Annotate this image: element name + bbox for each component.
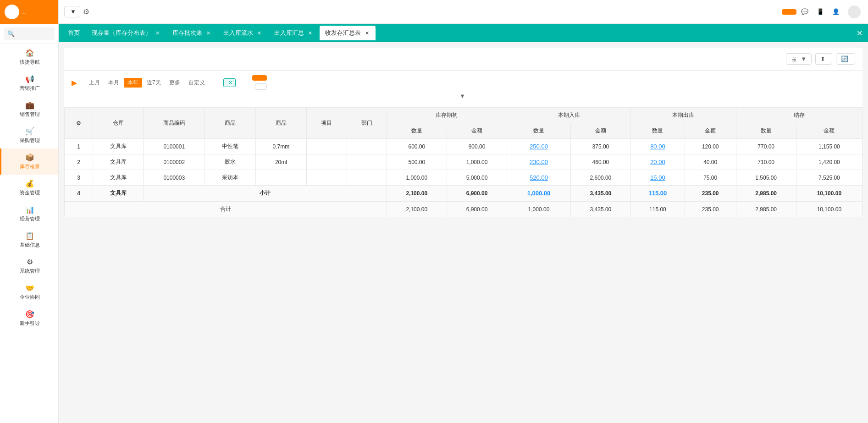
tab-bar-close-button[interactable]: ✕ (855, 27, 864, 39)
sidebar-item-operations[interactable]: 📊经营管理 (0, 201, 58, 227)
tab-close-inout-flow[interactable]: ✕ (256, 30, 262, 36)
cell-out-amt: 120.00 (685, 139, 736, 154)
sidebar-item-cooperation[interactable]: 🤝企业协同 (0, 279, 58, 305)
cell-goods-code: 0100001 (144, 139, 205, 154)
date-option-本月[interactable]: 本月 (105, 78, 123, 88)
col-settings-icon[interactable]: ⚙ (65, 108, 93, 139)
date-option-本年[interactable]: 本年 (124, 78, 142, 88)
sidebar: 🔍 🏠快捷导航📢营销推广💼销售管理🛒采购管理📦库存核算💰资金管理📊经营管理📋基础… (0, 0, 59, 423)
cell-bal-qty: 710.00 (736, 154, 796, 170)
gear-settings-button[interactable]: ⚙ (83, 7, 89, 16)
sidebar-item-system[interactable]: ⚙系统管理 (0, 253, 58, 279)
col-out-qty-header: 数量 (631, 123, 685, 139)
nav-icon-base-info: 📋 (25, 231, 34, 240)
nav-icon-purchase: 🛒 (25, 127, 34, 136)
in-qty-link[interactable]: 520.00 (530, 174, 548, 181)
nav-icon-operations: 📊 (25, 205, 34, 214)
nav-icon-system: ⚙ (27, 258, 33, 266)
cell-bal-amt: 1,155.00 (796, 139, 862, 154)
col-out-amt-header: 金额 (685, 123, 736, 139)
in-qty-link[interactable]: 230.00 (530, 159, 548, 165)
nav-label-base-info: 基础信息 (20, 242, 40, 248)
sidebar-item-finance[interactable]: 💰资金管理 (0, 175, 58, 201)
cell-in-qty[interactable]: 520.00 (507, 170, 571, 186)
tab-inventory-dist[interactable]: 现存量（库存分布表）✕ (86, 26, 166, 40)
date-options: 上月本月本年近7天更多自定义 (85, 78, 209, 88)
trial-button[interactable] (782, 9, 796, 15)
tab-recv-send-summary[interactable]: 收发存汇总表✕ (320, 26, 376, 40)
sidebar-item-sales[interactable]: 💼销售管理 (0, 96, 58, 122)
col-goods-code-header: 商品编码 (144, 108, 205, 139)
cell-in-qty[interactable]: 230.00 (507, 154, 571, 170)
table-footer: 合计 2,100.00 6,900.00 1,000.00 3,435.00 1… (65, 201, 862, 217)
date-option-上月[interactable]: 上月 (85, 78, 104, 88)
date-option-自定义[interactable]: 自定义 (185, 78, 209, 88)
total-out-amt: 235.00 (685, 201, 736, 217)
warehouse-tag: ✕ (223, 78, 236, 87)
out-qty-link[interactable]: 80.00 (650, 143, 665, 150)
table-row: 2 文具库 0100002 胶水 20ml 500.00 1,000.00 23… (65, 154, 862, 170)
subtotal-in-qty-link[interactable]: 1,000.00 (527, 190, 551, 197)
out-qty-link[interactable]: 20.00 (650, 159, 665, 165)
sidebar-item-guide[interactable]: 🎯新手引导 (0, 305, 58, 331)
cell-out-qty[interactable]: 80.00 (631, 139, 685, 154)
cell-open-amt: 1,000.00 (447, 154, 507, 170)
tab-home[interactable]: 首页 (62, 26, 85, 40)
tab-close-recv-send-summary[interactable]: ✕ (364, 30, 370, 36)
data-table-container: ⚙ 仓库 商品编码 商品 商品 项目 部门 库存期初 本期入库 本期出库 结存 … (64, 107, 862, 217)
search-icon: 🔍 (7, 30, 15, 37)
sidebar-item-inventory[interactable]: 📦库存核算 (0, 148, 58, 175)
cell-goods-spec (255, 170, 307, 186)
query-button[interactable] (252, 75, 267, 81)
tab-close-inventory-dist[interactable]: ✕ (154, 30, 160, 36)
message-action[interactable]: 💬 (801, 8, 810, 15)
filter-expand-icon[interactable]: ▶ (72, 78, 77, 87)
print-button[interactable]: 🖨 ▼ (786, 53, 812, 65)
filter-settings-button[interactable] (255, 83, 267, 90)
date-option-更多[interactable]: 更多 (166, 78, 184, 88)
tab-inout-flow[interactable]: 出入库流水✕ (218, 26, 268, 40)
refresh-button[interactable]: 🔄 (836, 53, 855, 65)
sidebar-item-quick-nav[interactable]: 🏠快捷导航 (0, 44, 58, 70)
chevron-print-icon: ▼ (801, 55, 807, 62)
cell-out-amt: 40.00 (685, 154, 736, 170)
online-service-action[interactable]: 👤 (832, 8, 841, 15)
date-option-近7天[interactable]: 近7天 (143, 78, 165, 88)
in-qty-link[interactable]: 250.00 (530, 143, 548, 150)
search-menu-button[interactable]: 🔍 (4, 27, 55, 40)
tab-batch-account[interactable]: 库存批次账✕ (167, 26, 217, 40)
nav-icon-cooperation: 🤝 (25, 284, 34, 292)
cell-out-qty[interactable]: 15.00 (631, 170, 685, 186)
cell-bal-qty: 770.00 (736, 139, 796, 154)
system-name-select[interactable]: ▼ (64, 6, 80, 17)
expand-more-btn[interactable]: ▼ (459, 93, 467, 99)
cell-out-qty[interactable]: 20.00 (631, 154, 685, 170)
subtotal-out-qty-link[interactable]: 115.00 (649, 190, 667, 197)
table-header-group: ⚙ 仓库 商品编码 商品 商品 项目 部门 库存期初 本期入库 本期出库 结存 (65, 108, 862, 123)
user-action[interactable] (848, 5, 862, 18)
app-download-action[interactable]: 📱 (817, 8, 826, 15)
chevron-down-icon: ▼ (70, 8, 76, 15)
cell-goods-spec: 0.7mm (255, 139, 307, 154)
warehouse-tag-close[interactable]: ✕ (228, 80, 232, 86)
nav-label-system: 系统管理 (20, 268, 40, 275)
out-qty-link[interactable]: 15.00 (650, 174, 665, 181)
export-button[interactable]: ⬆ (815, 53, 832, 65)
subtotal-open-amt: 6,900.00 (447, 186, 507, 202)
subtotal-in-qty: 1,000.00 (507, 186, 571, 202)
tab-close-inout-summary[interactable]: ✕ (307, 30, 313, 36)
subtotal-rownum: 4 (65, 186, 93, 202)
sidebar-item-base-info[interactable]: 📋基础信息 (0, 227, 58, 253)
cell-in-qty[interactable]: 250.00 (507, 139, 571, 154)
sidebar-item-purchase[interactable]: 🛒采购管理 (0, 122, 58, 148)
cell-department (347, 170, 387, 186)
sidebar-item-marketing[interactable]: 📢营销推广 (0, 70, 58, 96)
logo-icon (5, 5, 19, 19)
col-balance-header: 结存 (736, 108, 862, 123)
sidebar-logo (0, 0, 58, 24)
avatar (848, 5, 861, 18)
tab-close-batch-account[interactable]: ✕ (205, 30, 211, 36)
table-total-row: 合计 2,100.00 6,900.00 1,000.00 3,435.00 1… (65, 201, 862, 217)
sidebar-search-area: 🔍 (0, 24, 58, 44)
tab-inout-summary[interactable]: 出入库汇总✕ (269, 26, 319, 40)
